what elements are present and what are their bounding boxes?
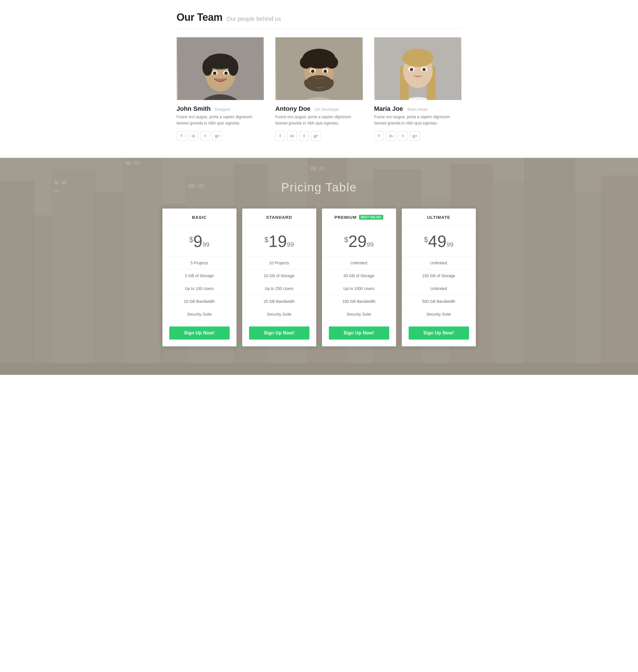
svg-point-10 bbox=[224, 71, 228, 75]
price-main: $2999 bbox=[344, 233, 373, 249]
price-main: $1999 bbox=[265, 233, 294, 249]
team-photo: #envato bbox=[177, 37, 264, 100]
pricing-feature-item: 100 GB Bandwidth bbox=[322, 295, 396, 308]
pricing-feature-item: Unlimited bbox=[402, 257, 476, 270]
social-icons: fintg+ bbox=[374, 131, 461, 141]
twitter-icon[interactable]: t bbox=[398, 131, 408, 141]
price-dollar-sign: $ bbox=[344, 236, 348, 243]
svg-point-27 bbox=[323, 69, 327, 73]
best-value-badge: BEST VALUE! bbox=[359, 215, 383, 220]
pricing-cta: Sign Up Now! bbox=[322, 321, 396, 346]
price-main: $999 bbox=[189, 233, 209, 249]
member-role: Team Head bbox=[407, 107, 427, 112]
pricing-feature-item: Unlimited bbox=[322, 257, 396, 270]
price-display: $4999 bbox=[402, 225, 476, 257]
team-subtitle: Our people behind us bbox=[226, 16, 281, 22]
signup-button-ultimate[interactable]: Sign Up Now! bbox=[409, 326, 469, 340]
team-section: Our Team Our people behind us #envatoJoh… bbox=[160, 0, 479, 158]
price-display: $1999 bbox=[242, 225, 316, 257]
team-grid: #envatoJohn Smith DesignerFusce orci aug… bbox=[177, 37, 461, 141]
price-whole: 9 bbox=[193, 233, 202, 249]
price-cents: 99 bbox=[447, 242, 453, 248]
pricing-features-list: Unlimited50 GB of StorageUp to 1000 User… bbox=[322, 257, 396, 321]
svg-point-38 bbox=[422, 68, 426, 71]
googleplus-icon[interactable]: g+ bbox=[213, 131, 222, 141]
pricing-feature-item: Security Suite bbox=[402, 308, 476, 321]
facebook-icon[interactable]: f bbox=[275, 131, 285, 141]
signup-button-basic[interactable]: Sign Up Now! bbox=[169, 326, 230, 340]
pricing-card-ultimate: ULTIMATE$4999Unlimited150 GB of StorageU… bbox=[402, 208, 476, 346]
pricing-feature-item: 10 GB of Storage bbox=[242, 270, 316, 282]
social-icons: fintg+ bbox=[275, 131, 363, 141]
svg-point-9 bbox=[213, 71, 216, 75]
member-bio: Fusce orci augue, porta a sapien digniss… bbox=[275, 114, 363, 126]
pricing-feature-item: 50 GB of Storage bbox=[322, 270, 396, 282]
pricing-feature-item: Security Suite bbox=[242, 308, 316, 321]
linkedin-icon[interactable]: in bbox=[386, 131, 396, 141]
team-card: #envatoMaria Joe Team HeadFusce orci aug… bbox=[374, 37, 461, 141]
plan-name: ULTIMATE bbox=[407, 215, 470, 220]
pricing-feature-item: Up to 1000 Users bbox=[322, 282, 396, 295]
svg-point-6 bbox=[228, 59, 238, 76]
member-name: John Smith Designer bbox=[177, 105, 264, 113]
linkedin-icon[interactable]: in bbox=[189, 131, 198, 141]
facebook-icon[interactable]: f bbox=[374, 131, 384, 141]
svg-point-22 bbox=[313, 49, 324, 60]
pricing-title: Pricing Table bbox=[12, 180, 626, 194]
price-cents: 99 bbox=[203, 242, 209, 248]
pricing-card-header: BASIC bbox=[163, 208, 236, 225]
pricing-card-header: ULTIMATE bbox=[402, 208, 476, 225]
plan-name: PREMIUMBEST VALUE! bbox=[328, 215, 390, 220]
price-dollar-sign: $ bbox=[265, 236, 268, 243]
pricing-feature-item: 25 GB Bandwidth bbox=[242, 295, 316, 308]
pricing-feature-item: Unlimited bbox=[402, 282, 476, 295]
signup-button-standard[interactable]: Sign Up Now! bbox=[249, 326, 309, 340]
pricing-feature-item: Security Suite bbox=[322, 308, 396, 321]
pricing-features-list: Unlimited150 GB of StorageUnlimited500 G… bbox=[402, 257, 476, 321]
googleplus-icon[interactable]: g+ bbox=[410, 131, 420, 141]
pricing-card-premium: PREMIUMBEST VALUE!$2999Unlimited50 GB of… bbox=[322, 208, 396, 346]
pricing-card-header: STANDARD bbox=[242, 208, 316, 225]
price-display: $2999 bbox=[322, 225, 396, 257]
pricing-features-list: 5 Projects5 GB of StorageUp to 100 Users… bbox=[163, 257, 236, 321]
team-card: #envatoJohn Smith DesignerFusce orci aug… bbox=[177, 37, 264, 141]
facebook-icon[interactable]: f bbox=[177, 131, 186, 141]
pricing-grid: BASIC$9995 Projects5 GB of StorageUp to … bbox=[163, 208, 476, 346]
price-cents: 99 bbox=[367, 242, 373, 248]
pricing-feature-item: Up to 250 Users bbox=[242, 282, 316, 295]
pricing-card-basic: BASIC$9995 Projects5 GB of StorageUp to … bbox=[163, 208, 236, 346]
googleplus-icon[interactable]: g+ bbox=[311, 131, 321, 141]
twitter-icon[interactable]: t bbox=[299, 131, 309, 141]
pricing-cta: Sign Up Now! bbox=[163, 321, 236, 346]
price-cents: 99 bbox=[287, 242, 294, 248]
member-role: Designer bbox=[215, 107, 231, 112]
member-name: Maria Joe Team Head bbox=[374, 105, 461, 113]
signup-button-premium[interactable]: Sign Up Now! bbox=[329, 326, 389, 340]
plan-name: STANDARD bbox=[248, 215, 310, 220]
price-dollar-sign: $ bbox=[189, 236, 193, 243]
pricing-feature-item: Security Suite bbox=[163, 308, 236, 321]
price-main: $4999 bbox=[424, 233, 453, 249]
team-photo: #envato bbox=[275, 37, 363, 100]
twitter-icon[interactable]: t bbox=[201, 131, 210, 141]
pricing-card-header: PREMIUMBEST VALUE! bbox=[322, 208, 396, 225]
pricing-card-standard: STANDARD$199910 Projects10 GB of Storage… bbox=[242, 208, 316, 346]
svg-point-37 bbox=[410, 68, 413, 71]
price-whole: 19 bbox=[268, 233, 287, 249]
pricing-section: Pricing Table BASIC$9995 Projects5 GB of… bbox=[0, 158, 638, 375]
member-bio: Fusce orci augue, porta a sapien digniss… bbox=[374, 114, 461, 126]
svg-point-34 bbox=[402, 49, 433, 67]
pricing-features-list: 10 Projects10 GB of StorageUp to 250 Use… bbox=[242, 257, 316, 321]
price-display: $999 bbox=[163, 225, 236, 257]
plan-name: BASIC bbox=[168, 215, 231, 220]
pricing-feature-item: 500 GB Bandwidth bbox=[402, 295, 476, 308]
member-bio: Fusce orci augue, porta a sapien digniss… bbox=[177, 114, 264, 126]
member-name: Antony Doe UX Developer bbox=[275, 105, 363, 113]
price-dollar-sign: $ bbox=[424, 236, 428, 243]
team-title: Our Team bbox=[177, 12, 222, 23]
linkedin-icon[interactable]: in bbox=[287, 131, 297, 141]
svg-point-26 bbox=[311, 69, 314, 73]
pricing-cta: Sign Up Now! bbox=[242, 321, 316, 346]
pricing-cta: Sign Up Now! bbox=[402, 321, 476, 346]
pricing-feature-item: 5 GB of Storage bbox=[163, 270, 236, 282]
